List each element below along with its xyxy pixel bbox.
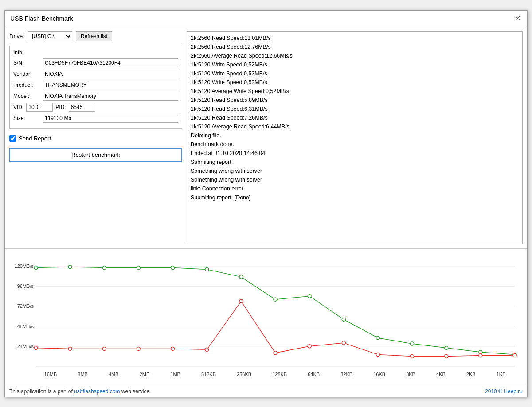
log-line: 1k:5120 Read Speed:7,26MB/s bbox=[191, 113, 519, 122]
vid-pid-row: VID: PID: bbox=[13, 103, 178, 112]
chart-area: 16MB8MB4MB2MB1MB512KB256KB128KB64KB32KB1… bbox=[5, 248, 527, 386]
chart-x-label: 8MB bbox=[78, 372, 88, 377]
log-line: 1k:5120 Average Read Speed:6,44MB/s bbox=[191, 122, 519, 131]
log-line: Something wrong with server bbox=[191, 175, 519, 184]
footer-right: 2010 © Heep.ru bbox=[485, 388, 523, 395]
footer-link[interactable]: usbflashspeed.com bbox=[74, 388, 120, 395]
footer-left: This application is a part of usbflashsp… bbox=[9, 388, 151, 395]
chart-x-label: 64KB bbox=[308, 372, 320, 377]
log-line: 1k:5120 Average Write Speed:0,52MB/s bbox=[191, 87, 519, 96]
refresh-list-button[interactable]: Refresh list bbox=[76, 31, 112, 41]
size-input[interactable] bbox=[43, 114, 178, 123]
footer-middle-text: web service. bbox=[120, 388, 151, 395]
chart-x-label: 16KB bbox=[373, 372, 385, 377]
drive-row: Drive: [USB] G:\ Refresh list bbox=[9, 31, 182, 41]
model-input[interactable] bbox=[43, 92, 178, 101]
size-row: Size: bbox=[13, 114, 178, 123]
model-label: Model: bbox=[13, 93, 40, 99]
chart-x-label: 1MB bbox=[170, 372, 180, 377]
log-line: 2k:2560 Read Speed:12,76MB/s bbox=[191, 43, 519, 51]
drive-select[interactable]: [USB] G:\ bbox=[28, 31, 72, 41]
send-report-checkbox[interactable] bbox=[9, 135, 16, 142]
pid-label: PID: bbox=[55, 104, 66, 110]
info-group-title: Info bbox=[13, 50, 178, 56]
log-line: Deleting file. bbox=[191, 131, 519, 140]
product-label: Product: bbox=[13, 82, 40, 88]
log-line: 1k:5120 Read Speed:5,89MB/s bbox=[191, 96, 519, 105]
sn-input[interactable] bbox=[43, 58, 178, 67]
chart-x-label: 16MB bbox=[44, 372, 57, 377]
log-line: Submiting report. bbox=[191, 158, 519, 167]
vendor-input[interactable] bbox=[43, 70, 178, 78]
vid-input[interactable] bbox=[26, 103, 53, 112]
product-row: Product: bbox=[13, 81, 178, 89]
chart-x-label: 8KB bbox=[406, 372, 415, 377]
left-panel: Drive: [USB] G:\ Refresh list Info S/N: … bbox=[9, 31, 187, 244]
log-line: link: Connection error. bbox=[191, 184, 519, 193]
log-line: 1k:5120 Write Speed:0,52MB/s bbox=[191, 60, 519, 69]
chart-x-label: 1KB bbox=[497, 372, 506, 377]
log-line: 1k:5120 Read Speed:6,31MB/s bbox=[191, 105, 519, 113]
main-content: Drive: [USB] G:\ Refresh list Info S/N: … bbox=[5, 27, 527, 248]
drive-label: Drive: bbox=[9, 33, 24, 39]
footer-left-text: This application is a part of bbox=[9, 388, 74, 395]
restart-benchmark-button[interactable]: Restart benchmark bbox=[9, 148, 182, 162]
log-line: Benchmark done. bbox=[191, 140, 519, 149]
log-line: 1k:5120 Write Speed:0,52MB/s bbox=[191, 78, 519, 87]
main-window: USB Flash Benchmark ✕ Drive: [USB] G:\ R… bbox=[4, 10, 528, 397]
log-line: 1k:5120 Write Speed:0,52MB/s bbox=[191, 69, 519, 78]
send-report-label[interactable]: Send Report bbox=[19, 135, 51, 142]
send-report-row: Send Report bbox=[9, 133, 182, 143]
chart-x-label: 4KB bbox=[436, 372, 446, 377]
log-line: Submiting report. [Done] bbox=[191, 193, 519, 202]
log-panel[interactable]: 2k:2560 Read Speed:13,01MB/s2k:2560 Read… bbox=[187, 31, 523, 244]
chart-x-label: 32KB bbox=[340, 372, 352, 377]
chart-x-labels: 16MB8MB4MB2MB1MB512KB256KB128KB64KB32KB1… bbox=[34, 372, 516, 377]
log-line: 2k:2560 Read Speed:13,01MB/s bbox=[191, 34, 519, 43]
sn-row: S/N: bbox=[13, 58, 178, 67]
sn-label: S/N: bbox=[13, 60, 40, 66]
close-button[interactable]: ✕ bbox=[513, 14, 522, 23]
window-title: USB Flash Benchmark bbox=[10, 15, 73, 22]
chart-x-label: 4MB bbox=[109, 372, 119, 377]
chart-x-label: 2MB bbox=[140, 372, 150, 377]
chart-x-label: 128KB bbox=[272, 372, 287, 377]
log-line: 2k:2560 Average Read Speed:12,66MB/s bbox=[191, 51, 519, 60]
log-line: Ended at 31.10.2020 14:46:04 bbox=[191, 149, 519, 158]
vendor-label: Vendor: bbox=[13, 71, 40, 77]
vendor-row: Vendor: bbox=[13, 70, 178, 78]
chart-x-label: 256KB bbox=[237, 372, 251, 377]
title-bar: USB Flash Benchmark ✕ bbox=[5, 11, 527, 27]
pid-input[interactable] bbox=[69, 103, 95, 112]
size-label: Size: bbox=[13, 115, 40, 121]
vid-label: VID: bbox=[13, 104, 23, 110]
chart-x-label: 2KB bbox=[466, 372, 476, 377]
footer: This application is a part of usbflashsp… bbox=[5, 386, 527, 397]
product-input[interactable] bbox=[43, 81, 178, 89]
chart-x-label: 512KB bbox=[201, 372, 216, 377]
log-line: Something wrong with server bbox=[191, 167, 519, 175]
benchmark-chart bbox=[9, 253, 524, 371]
info-group: Info S/N: Vendor: Product: Model: bbox=[9, 46, 182, 129]
model-row: Model: bbox=[13, 92, 178, 101]
